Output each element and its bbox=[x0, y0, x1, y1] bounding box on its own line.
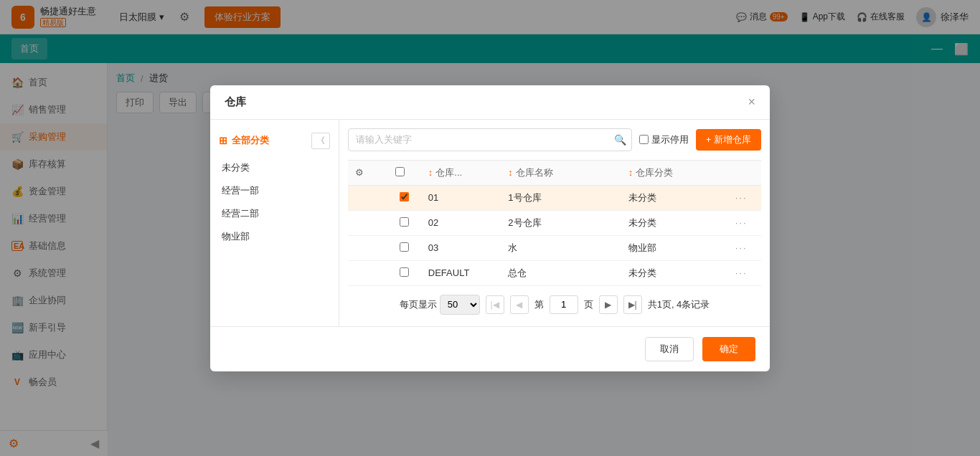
modal-overlay: 仓库 × ⊞ 全部分类 《 未分类 经营一部 经营二部 物业部 bbox=[0, 0, 980, 456]
pagination: 每页显示 10 20 50 100 |◀ ◀ 第 页 ▶ ▶| bbox=[348, 286, 761, 318]
modal-close-button[interactable]: × bbox=[748, 95, 755, 108]
table-row[interactable]: 02 2号仓库 未分类 ··· bbox=[348, 210, 761, 235]
page-prev-button[interactable]: ◀ bbox=[510, 295, 529, 314]
warehouse-modal: 仓库 × ⊞ 全部分类 《 未分类 经营一部 经营二部 物业部 bbox=[210, 85, 770, 371]
category-grid-icon: ⊞ bbox=[219, 135, 227, 146]
row-name-cell: 水 bbox=[501, 235, 621, 260]
category-panel: ⊞ 全部分类 《 未分类 经营一部 经营二部 物业部 bbox=[210, 120, 339, 326]
row-category-cell: 未分类 bbox=[621, 210, 721, 235]
warehouse-table: ⚙ ↕仓库... ↕仓库名称 bbox=[348, 160, 761, 286]
row-code-cell: 03 bbox=[421, 235, 501, 260]
category-item-unclassified[interactable]: 未分类 bbox=[210, 156, 339, 179]
page-number-input[interactable] bbox=[550, 295, 578, 314]
row-action-dots[interactable]: ··· bbox=[735, 192, 748, 203]
search-button[interactable]: 🔍 bbox=[614, 134, 626, 146]
row-check-cell[interactable] bbox=[388, 235, 421, 260]
category-collapse-button[interactable]: 《 bbox=[311, 133, 330, 149]
modal-body: ⊞ 全部分类 《 未分类 经营一部 经营二部 物业部 🔍 bbox=[210, 120, 770, 326]
row-category-cell: 未分类 bbox=[621, 260, 721, 285]
search-input[interactable] bbox=[348, 128, 632, 151]
row-gear-cell bbox=[348, 235, 388, 260]
table-row[interactable]: DEFAULT 总仓 未分类 ··· bbox=[348, 260, 761, 285]
row-actions-cell[interactable]: ··· bbox=[721, 210, 761, 235]
row-checkbox[interactable] bbox=[400, 192, 409, 201]
row-action-dots[interactable]: ··· bbox=[735, 217, 748, 228]
page-size-dropdown[interactable]: 10 20 50 100 bbox=[440, 295, 480, 315]
page-next-button[interactable]: ▶ bbox=[599, 295, 618, 314]
row-action-dots[interactable]: ··· bbox=[735, 267, 748, 278]
row-check-cell[interactable] bbox=[388, 185, 421, 210]
row-category-cell: 未分类 bbox=[621, 185, 721, 210]
th-code[interactable]: ↕仓库... bbox=[421, 160, 501, 185]
modal-header: 仓库 × bbox=[210, 85, 770, 120]
row-code-cell: 01 bbox=[421, 185, 501, 210]
table-row[interactable]: 03 水 物业部 ··· bbox=[348, 235, 761, 260]
row-check-cell[interactable] bbox=[388, 260, 421, 285]
page-first-button[interactable]: |◀ bbox=[486, 295, 504, 314]
confirm-button[interactable]: 确定 bbox=[702, 337, 755, 361]
gear-icon: ⚙ bbox=[355, 167, 364, 178]
category-item-property[interactable]: 物业部 bbox=[210, 225, 339, 248]
row-gear-cell bbox=[348, 210, 388, 235]
row-checkbox[interactable] bbox=[400, 267, 409, 277]
th-category[interactable]: ↕仓库分类 bbox=[621, 160, 721, 185]
row-name-cell: 总仓 bbox=[501, 260, 621, 285]
th-actions bbox=[721, 160, 761, 185]
row-check-cell[interactable] bbox=[388, 210, 421, 235]
category-item-dept2[interactable]: 经营二部 bbox=[210, 202, 339, 225]
row-actions-cell[interactable]: ··· bbox=[721, 235, 761, 260]
table-toolbar: 🔍 显示停用 + 新增仓库 bbox=[348, 128, 761, 151]
show-disabled-label[interactable]: 显示停用 bbox=[639, 133, 689, 146]
row-code-cell: DEFAULT bbox=[421, 260, 501, 285]
th-gear: ⚙ bbox=[348, 160, 388, 185]
table-row[interactable]: 01 1号仓库 未分类 ··· bbox=[348, 185, 761, 210]
search-box: 🔍 bbox=[348, 128, 632, 151]
row-gear-cell bbox=[348, 185, 388, 210]
page-last-button[interactable]: ▶| bbox=[623, 295, 642, 314]
modal-footer: 取消 确定 bbox=[210, 326, 770, 371]
row-checkbox[interactable] bbox=[400, 242, 409, 252]
add-warehouse-button[interactable]: + 新增仓库 bbox=[696, 129, 761, 151]
category-item-dept1[interactable]: 经营一部 bbox=[210, 179, 339, 202]
row-name-cell: 2号仓库 bbox=[501, 210, 621, 235]
row-gear-cell bbox=[348, 260, 388, 285]
modal-title: 仓库 bbox=[225, 95, 246, 109]
row-category-cell: 物业部 bbox=[621, 235, 721, 260]
row-code-cell: 02 bbox=[421, 210, 501, 235]
cancel-button[interactable]: 取消 bbox=[645, 337, 694, 361]
table-panel: 🔍 显示停用 + 新增仓库 ⚙ bbox=[339, 120, 770, 326]
show-disabled-checkbox[interactable] bbox=[639, 135, 649, 144]
row-name-cell: 1号仓库 bbox=[501, 185, 621, 210]
row-actions-cell[interactable]: ··· bbox=[721, 260, 761, 285]
category-title: 全部分类 bbox=[232, 134, 269, 147]
row-checkbox[interactable] bbox=[400, 217, 409, 227]
select-all-checkbox[interactable] bbox=[395, 167, 405, 176]
th-name[interactable]: ↕仓库名称 bbox=[501, 160, 621, 185]
category-header: ⊞ 全部分类 《 bbox=[210, 128, 339, 156]
th-check bbox=[388, 160, 421, 185]
category-title-row: ⊞ 全部分类 bbox=[219, 134, 269, 147]
row-actions-cell[interactable]: ··· bbox=[721, 185, 761, 210]
total-label: 共1页, 4条记录 bbox=[648, 298, 710, 311]
page-size-select: 每页显示 10 20 50 100 bbox=[400, 295, 480, 315]
row-action-dots[interactable]: ··· bbox=[735, 242, 748, 253]
